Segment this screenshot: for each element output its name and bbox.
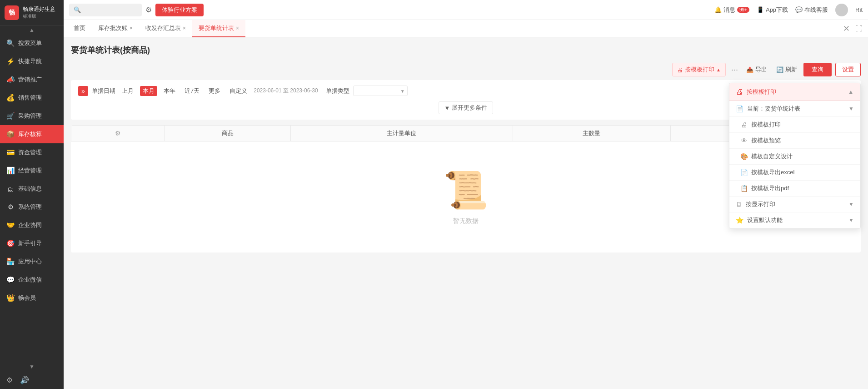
speaker-footer-icon[interactable]: 🔊 — [20, 376, 29, 384]
bill-type-label: 单据类型 — [326, 87, 349, 95]
dropdown-item-export-pdf[interactable]: 📋 按模板导出pdf — [729, 181, 860, 197]
search-header-input[interactable] — [84, 7, 129, 13]
tab-close-all-icon[interactable]: ✕ — [841, 22, 852, 35]
sidebar-item-system[interactable]: ⚙ 系统管理 — [0, 198, 64, 216]
sidebar-item-search[interactable]: 🔍 搜索菜单 — [0, 34, 64, 52]
table-settings-icon[interactable]: ⚙ — [115, 130, 121, 137]
tab-close-order-stats[interactable]: × — [236, 25, 239, 31]
default-func-icon: ⭐ — [736, 217, 743, 224]
user-name: Rit — [855, 6, 863, 13]
page-content: 要货单统计表(按商品) 🖨 按模板打印 ▲ ··· 📤 导出 🔄 刷新 查询 设… — [64, 37, 868, 389]
sidebar-item-wechat[interactable]: 💬 企业微信 — [0, 271, 64, 289]
tab-receipts-summary[interactable]: 收发存汇总表 × — [139, 20, 192, 37]
dropdown-current-section[interactable]: 📄 当前：要货单统计表 ▼ — [729, 101, 860, 117]
dropdown-display-print[interactable]: 🖥 按显示打印 ▼ — [729, 197, 860, 212]
finance-icon: 💳 — [6, 148, 15, 157]
sidebar-item-sales[interactable]: 💰 销售管理 — [0, 89, 64, 107]
print-template-dropdown: 🖨 按模板打印 ▲ 📄 当前：要货单统计表 ▼ 🖨 按模板打印 👁 按模板预览 — [729, 83, 861, 229]
dropdown-default-func[interactable]: ⭐ 设置默认功能 ▼ — [729, 212, 860, 228]
action-bar: 🖨 按模板打印 ▲ ··· 📤 导出 🔄 刷新 查询 设置 — [71, 63, 861, 76]
settings-footer-icon[interactable]: ⚙ — [6, 376, 13, 384]
expand-icon: ▼ — [444, 105, 450, 111]
sidebar-item-member[interactable]: 👑 畅会员 — [0, 289, 64, 307]
sidebar-item-quick-nav[interactable]: ⚡ 快捷导航 — [0, 52, 64, 71]
more-btn[interactable]: ··· — [729, 65, 740, 75]
dropdown-item-export-excel[interactable]: 📄 按模板导出excel — [729, 165, 860, 181]
default-func-chevron: ▼ — [848, 217, 854, 223]
export-button[interactable]: 📤 导出 — [743, 64, 770, 76]
filter-expand-button[interactable]: » — [78, 86, 88, 96]
operations-icon: 📊 — [6, 167, 15, 175]
query-button[interactable]: 查询 — [803, 63, 832, 76]
top-header: 🔍 ⚙ 体验行业方案 🔔 消息 99+ 📱 App下载 💬 在线客服 Rit — [64, 0, 868, 20]
expand-more-button[interactable]: ▼ 展开更多条件 — [439, 101, 494, 114]
top-right: 🔔 消息 99+ 📱 App下载 💬 在线客服 Rit — [714, 4, 863, 16]
filter-divider-1 — [322, 86, 322, 96]
top-search-bar[interactable]: 🔍 — [69, 4, 142, 16]
sidebar-item-marketing[interactable]: 📣 营销推广 — [0, 71, 64, 89]
sidebar-item-basic[interactable]: 🗂 基础信息 — [0, 180, 64, 198]
bill-type-select[interactable] — [353, 86, 408, 96]
sidebar-item-purchase[interactable]: 🛒 采购管理 — [0, 107, 64, 125]
sidebar-item-finance[interactable]: 💳 资金管理 — [0, 143, 64, 162]
dropdown-item-template-print[interactable]: 🖨 按模板打印 — [729, 117, 860, 133]
7days-btn[interactable]: 近7天 — [182, 86, 202, 96]
app-download-icon: 📱 — [757, 6, 764, 13]
more-date-btn[interactable]: 更多 — [206, 86, 223, 96]
th-quantity: 主数量 — [513, 126, 670, 141]
print-chevron-icon: ▲ — [716, 67, 721, 72]
dropdown-header: 🖨 按模板打印 ▲ — [729, 83, 860, 101]
online-service-item[interactable]: 💬 在线客服 — [795, 6, 828, 14]
trial-button[interactable]: 体验行业方案 — [155, 4, 204, 16]
main-area: 🔍 ⚙ 体验行业方案 🔔 消息 99+ 📱 App下载 💬 在线客服 Rit — [64, 0, 868, 389]
tab-bar-right: ✕ ⛶ — [841, 22, 864, 35]
sidebar-item-inventory[interactable]: 📦 库存核算 — [0, 125, 64, 143]
export-excel-icon: 📄 — [740, 169, 748, 176]
tab-resize-icon[interactable]: ⛶ — [853, 23, 864, 35]
sidebar-item-newbie[interactable]: 🎯 新手引导 — [0, 234, 64, 253]
notification-badge: 99+ — [737, 7, 749, 13]
settings-button[interactable]: 设置 — [835, 63, 861, 76]
dropdown-item-template-design[interactable]: 🎨 模板自定义设计 — [729, 149, 860, 165]
top-actions: ⚙ 体验行业方案 — [145, 4, 711, 16]
header-gear-icon[interactable]: ⚙ — [145, 5, 152, 14]
member-icon: 👑 — [6, 294, 15, 302]
export-icon: 📤 — [746, 66, 753, 73]
sidebar-item-operations[interactable]: 📊 经营管理 — [0, 162, 64, 180]
th-product: 商品 — [165, 126, 291, 141]
logo-icon: 畅 — [5, 5, 19, 20]
prev-month-btn[interactable]: 上月 — [119, 86, 136, 96]
this-year-btn[interactable]: 本年 — [161, 86, 178, 96]
sidebar-item-enterprise[interactable]: 🤝 企业协同 — [0, 216, 64, 234]
sidebar-footer: ⚙ 🔊 — [0, 371, 64, 389]
custom-date-btn[interactable]: 自定义 — [227, 86, 250, 96]
notification-icon: 🔔 — [714, 6, 722, 13]
dropdown-title: 按模板打印 — [747, 88, 776, 96]
refresh-button[interactable]: 🔄 刷新 — [773, 64, 800, 76]
current-template-icon: 📄 — [736, 105, 743, 112]
user-avatar[interactable] — [835, 4, 848, 16]
system-icon: ⚙ — [6, 203, 15, 211]
sidebar-item-appstore[interactable]: 🏪 应用中心 — [0, 253, 64, 271]
marketing-icon: 📣 — [6, 76, 15, 84]
printer-icon: 🖨 — [677, 66, 683, 73]
dropdown-item-template-preview[interactable]: 👁 按模板预览 — [729, 133, 860, 149]
app-download-item[interactable]: 📱 App下载 — [757, 6, 788, 14]
print-template-button[interactable]: 🖨 按模板打印 ▲ — [672, 63, 726, 76]
sidebar-scroll-down[interactable]: ▼ — [28, 363, 35, 371]
page-title: 要货单统计表(按商品) — [71, 45, 861, 56]
dropdown-close-button[interactable]: ▲ — [848, 88, 854, 96]
refresh-icon: 🔄 — [776, 66, 783, 73]
tab-home[interactable]: 首页 — [67, 20, 92, 37]
tab-inventory-batch[interactable]: 库存批次账 × — [92, 20, 139, 37]
tab-order-stats[interactable]: 要货单统计表 × — [192, 20, 245, 37]
tab-close-inventory-batch[interactable]: × — [130, 25, 133, 31]
lightning-icon: ⚡ — [6, 57, 15, 66]
notification-item[interactable]: 🔔 消息 99+ — [714, 6, 749, 14]
tab-close-receipts-summary[interactable]: × — [183, 25, 186, 31]
this-month-btn[interactable]: 本月 — [140, 86, 157, 96]
enterprise-icon: 🤝 — [6, 221, 15, 229]
template-design-icon: 🎨 — [740, 153, 748, 160]
sidebar: 畅 畅康通好生意 标准版 ▲ 🔍 搜索菜单 ⚡ 快捷导航 📣 营销推广 💰 销售… — [0, 0, 64, 389]
sidebar-scroll-up[interactable]: ▲ — [28, 26, 35, 34]
